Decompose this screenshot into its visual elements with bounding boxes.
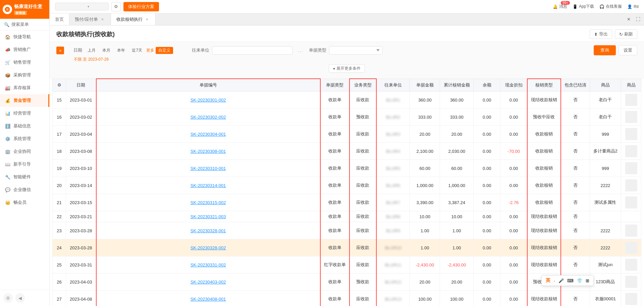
- date-custom-btn[interactable]: 自定义: [156, 47, 173, 54]
- bill-no-link[interactable]: SK-20230314-001: [191, 183, 226, 188]
- tab-home[interactable]: 首页: [50, 13, 69, 25]
- col-header-gear[interactable]: ⚙: [53, 79, 66, 91]
- sidebar-item-operation[interactable]: 📊 经营管理: [0, 107, 49, 120]
- bill-no-link[interactable]: SK-20230302-002: [191, 115, 226, 120]
- breadcrumb-select[interactable]: ▾: [55, 3, 109, 10]
- col-header-balance[interactable]: 余额: [474, 79, 500, 91]
- sidebar-item-quick-nav[interactable]: 🏠 快捷导航: [0, 30, 49, 43]
- cell-amount: 1,000.00: [410, 177, 440, 194]
- cell-goods: 123D商品: [590, 273, 621, 291]
- ime-grid-icon[interactable]: ⊞: [586, 278, 589, 283]
- bill-no-link[interactable]: SK-20230321-003: [191, 214, 226, 219]
- tab-prepay-close[interactable]: ×: [100, 17, 105, 22]
- refresh-button[interactable]: ↻ 刷新: [615, 29, 637, 39]
- goods-image: [625, 128, 637, 140]
- ime-keyboard-icon[interactable]: ⌨: [567, 278, 574, 283]
- col-header-xtype[interactable]: 核销类型: [527, 79, 561, 91]
- bill-no-link[interactable]: SK-20230328-001: [191, 228, 226, 233]
- col-header-bill-type[interactable]: 单据类型: [320, 79, 350, 91]
- maximize-btn[interactable]: ⛶: [633, 15, 643, 24]
- date-7days-btn[interactable]: 近7天: [129, 47, 145, 54]
- cell-include-settled: 否: [561, 256, 590, 273]
- sidebar-item-inventory[interactable]: 🏭 库存核算: [0, 81, 49, 94]
- date-more-btn[interactable]: 更多: [146, 48, 154, 53]
- partner-input[interactable]: [212, 46, 292, 55]
- sidebar-item-capital[interactable]: 💰 资金管理: [0, 94, 49, 107]
- online-service-item[interactable]: 🎧 在线客服: [599, 4, 622, 9]
- cell-goods-img: [621, 273, 641, 291]
- bill-no-link[interactable]: SK-20230331-002: [191, 262, 226, 267]
- cell-biz-type: 应收款: [350, 177, 376, 194]
- col-header-date[interactable]: 日期: [66, 79, 96, 91]
- col-header-partner[interactable]: 往来单位: [376, 79, 410, 91]
- query-button[interactable]: 查询: [594, 45, 616, 55]
- sidebar-item-system[interactable]: ⚙️ 系统管理: [0, 132, 49, 145]
- breadcrumb-text: [58, 4, 86, 9]
- gear-button[interactable]: ⚙: [111, 2, 121, 11]
- cell-acc-amount: 20.00: [440, 126, 474, 143]
- table-row: 25 2023-03-31 SK-20230331-002 红字收款单 应收款 …: [53, 256, 641, 273]
- cell-cash-discount: 0.00: [500, 160, 527, 177]
- col-header-cash-discount[interactable]: 现金折扣: [500, 79, 527, 91]
- sidebar-item-basic[interactable]: ℹ️ 基础信息: [0, 120, 49, 132]
- col-header-goods-img[interactable]: 商品: [621, 79, 641, 91]
- col-header-acc-amount[interactable]: 累计核销金额: [440, 79, 474, 91]
- col-header-amount[interactable]: 单据金额: [410, 79, 440, 91]
- sidebar-item-purchase[interactable]: 📦 采购管理: [0, 69, 49, 81]
- col-header-goods[interactable]: 商品: [590, 79, 621, 91]
- table-container[interactable]: ⚙ 日期 单据编号 单据类型 业务类型 往来单位 单据金额 累计核销金额 余额 …: [50, 78, 644, 306]
- sidebar-item-wechat[interactable]: 💬 企业微信: [0, 183, 49, 196]
- date-this-year-btn[interactable]: 本年: [114, 47, 128, 54]
- sidebar-item-enterprise[interactable]: 🏢 企业协同: [0, 145, 49, 158]
- goods-image: [625, 94, 637, 106]
- cell-balance: 0.00: [474, 194, 500, 211]
- collapse-icon[interactable]: ◀: [15, 293, 25, 303]
- sidebar-item-member[interactable]: 👑 畅会员: [0, 196, 49, 209]
- bill-no-link[interactable]: SK-20230308-001: [191, 149, 226, 154]
- bill-no-link[interactable]: SK-20230403-002: [191, 280, 226, 285]
- cell-amount: 1.00: [410, 239, 440, 256]
- bill-no-link[interactable]: SK-20230408-001: [191, 297, 226, 302]
- filter-toggle-btn[interactable]: »: [56, 47, 64, 54]
- bill-type-select[interactable]: [329, 46, 383, 55]
- filter-settings-button[interactable]: 设置: [619, 45, 637, 55]
- cell-cash-discount: 0.00: [500, 177, 527, 194]
- cell-no: 27: [53, 291, 66, 306]
- sidebar-item-sales[interactable]: 🛒 销售管理: [0, 56, 49, 69]
- user-profile[interactable]: 👤 Rit: [627, 4, 639, 9]
- tab-receipt-exec-close[interactable]: ×: [145, 17, 150, 22]
- table-row: 20 2023-03-14 SK-20230314-001 收款单 应收款 BL…: [53, 177, 641, 194]
- bill-no-link[interactable]: SK-20230301-002: [191, 98, 226, 103]
- notification-item[interactable]: 🔔 消息 99+: [553, 4, 567, 9]
- close-tab-btn[interactable]: ✕: [624, 15, 633, 24]
- cell-partner: BLUR9: [376, 222, 410, 239]
- cell-bill-type: 收款单: [320, 126, 350, 143]
- sidebar-item-hardware[interactable]: 🔧 智能硬件: [0, 171, 49, 183]
- expand-filter-button[interactable]: ▾ 展开更多条件: [329, 64, 365, 73]
- table-row: 22 2023-03-21 SK-20230321-003 收款单 应收款 BL…: [53, 211, 641, 222]
- app-download-item[interactable]: 📱 App下载: [573, 4, 594, 9]
- sidebar-item-marketing[interactable]: 📣 营销推广: [0, 43, 49, 56]
- cell-partner: BLUR12: [376, 273, 410, 291]
- tab-prepay[interactable]: 预付/应付单 ×: [69, 13, 111, 25]
- sidebar-search[interactable]: 🔍 搜索菜单: [0, 19, 49, 30]
- header-right: 🔔 消息 99+ 📱 App下载 🎧 在线客服 👤 Rit: [553, 4, 639, 9]
- col-header-bill-no[interactable]: 单据编号: [96, 79, 320, 91]
- col-header-biz-type[interactable]: 业务类型: [350, 79, 376, 91]
- ime-mic-icon[interactable]: 🎤: [558, 278, 564, 283]
- sidebar-item-guide[interactable]: 📖 新手引导: [0, 158, 49, 171]
- col-header-include-settled[interactable]: 包含已结清: [561, 79, 590, 91]
- tab-receipt-exec[interactable]: 收款核销执行 ×: [111, 13, 156, 25]
- bill-no-link[interactable]: SK-20230310-001: [191, 166, 226, 171]
- ime-shirt-icon[interactable]: 👕: [577, 278, 582, 283]
- bill-no-link[interactable]: SK-20230315-002: [191, 200, 226, 205]
- industry-button[interactable]: 体验行业方案: [123, 2, 159, 11]
- bill-no-link[interactable]: SK-20230304-001: [191, 132, 226, 137]
- bill-no-link[interactable]: SK-20230328-002: [191, 245, 226, 250]
- cell-goods-img: [621, 291, 641, 306]
- date-this-month-btn[interactable]: 本月: [100, 47, 113, 54]
- settings-bottom-icon[interactable]: ⚙: [3, 293, 13, 303]
- export-button[interactable]: ⬆ 导出: [590, 29, 612, 39]
- goods-image: [625, 225, 637, 237]
- date-last-month-btn[interactable]: 上月: [85, 47, 98, 54]
